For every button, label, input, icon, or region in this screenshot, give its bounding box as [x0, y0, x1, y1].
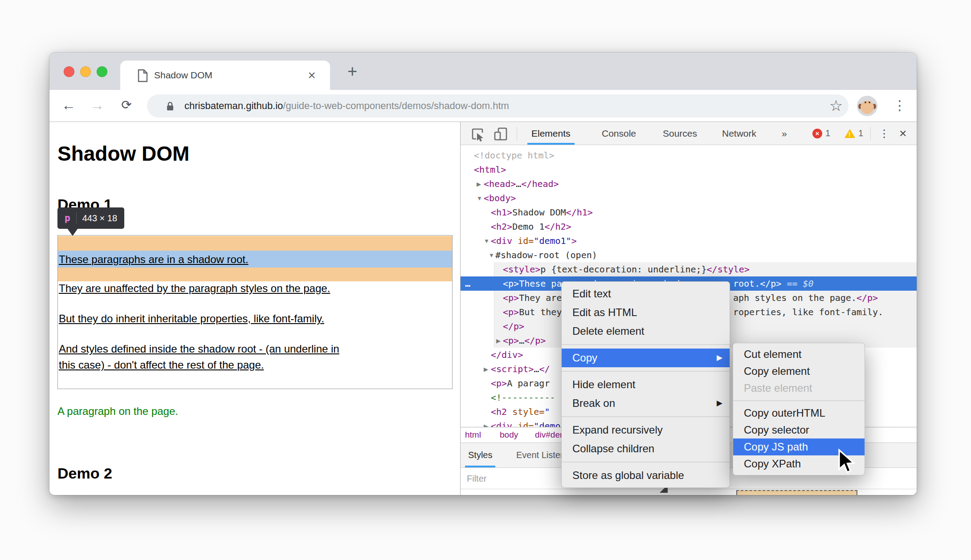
submenu-item-copy-outerhtml[interactable]: Copy outerHTML: [733, 405, 865, 422]
menu-item-store-as-global-variable[interactable]: Store as global variable: [562, 466, 730, 485]
syntax-token: …: [519, 335, 524, 346]
menu-item-break-on[interactable]: Break on▶: [562, 394, 730, 413]
forward-button: →: [86, 90, 108, 122]
page-favicon-icon: [136, 69, 149, 85]
submenu-item-cut-element[interactable]: Cut element: [733, 346, 865, 363]
dom-tree-row[interactable]: ▼<div id="demo1">: [461, 234, 917, 248]
syntax-token: == $0: [781, 278, 813, 289]
tree-expand-icon[interactable]: ▶: [484, 362, 488, 377]
url-text[interactable]: chrisbateman.github.io/guide-to-web-comp…: [184, 94, 509, 118]
syntax-token: <h1>: [491, 207, 512, 218]
minimize-window-button[interactable]: [80, 66, 91, 77]
dom-tree-row[interactable]: <html>: [461, 162, 917, 177]
demo1-box: These paragraphs are in a shadow root.Th…: [57, 235, 453, 389]
tree-expand-icon[interactable]: ▼: [477, 191, 482, 206]
syntax-token: ": [544, 406, 550, 417]
toolbar-divider: [517, 127, 517, 140]
devtools-tab-sources[interactable]: Sources: [659, 122, 701, 145]
devtools-tab-elements[interactable]: Elements: [527, 122, 575, 145]
dom-row-text: <!----------: [491, 390, 555, 405]
syntax-token: <div: [491, 235, 512, 246]
lock-icon[interactable]: [166, 101, 175, 114]
menu-separator: [562, 344, 730, 345]
devtools-tab-network[interactable]: Network: [718, 122, 760, 145]
error-icon: ×: [812, 129, 822, 138]
syntax-token: "demo1": [534, 235, 571, 246]
menu-item-hide-element[interactable]: Hide element: [562, 375, 730, 394]
tooltip-divider: [76, 212, 77, 224]
url-path: /guide-to-web-components/demos/shadow-do…: [283, 100, 509, 111]
submenu-item-copy-element[interactable]: Copy element: [733, 363, 865, 380]
dom-tree-row[interactable]: <h2>Demo 1</h2>: [461, 219, 917, 234]
dom-row-text: #shadow-root (open): [495, 248, 597, 262]
address-bar[interactable]: chrisbateman.github.io/guide-to-web-comp…: [147, 94, 849, 118]
menu-item-edit-as-html[interactable]: Edit as HTML: [562, 303, 730, 322]
syntax-token: …: [516, 179, 521, 189]
dom-tree-row[interactable]: <h1>Shadow DOM</h1>: [461, 205, 917, 219]
dom-row-text: aph styles on the page.</p>: [733, 291, 878, 305]
sidebar-tab-styles[interactable]: Styles: [465, 443, 495, 467]
dom-tree-row[interactable]: ▼#shadow-root (open): [461, 248, 917, 262]
dom-tree-row[interactable]: ▶<head>…</head>: [461, 177, 917, 191]
syntax-token: <p>: [503, 292, 519, 303]
menu-item-expand-recursively[interactable]: Expand recursively: [562, 421, 730, 439]
shadow-paragraph-line: this case) - don't affect the rest of th…: [59, 359, 264, 371]
syntax-token: roperties, like font-family.: [733, 307, 883, 317]
tree-expand-icon[interactable]: ▼: [489, 248, 494, 263]
syntax-token: <h2: [491, 406, 507, 417]
syntax-token: </: [539, 364, 550, 374]
warning-badge[interactable]: ! 1: [845, 122, 863, 145]
submenu-arrow-icon: ▶: [717, 394, 722, 413]
zoom-window-button[interactable]: [97, 66, 107, 77]
syntax-token: id=: [512, 235, 534, 246]
breadcrumb-item-html[interactable]: html: [465, 427, 481, 442]
devtools-close-icon[interactable]: ×: [895, 122, 910, 145]
error-badge[interactable]: × 1: [812, 122, 830, 145]
syntax-token: <script>: [491, 364, 534, 374]
tab-title: Shadow DOM: [154, 61, 212, 90]
menu-item-collapse-children[interactable]: Collapse children: [562, 439, 730, 458]
device-toolbar-icon[interactable]: [493, 126, 510, 144]
dom-tree-row[interactable]: ▼<body>: [461, 191, 917, 205]
tab-strip: Shadow DOM × +: [49, 53, 917, 90]
tree-expand-icon[interactable]: ▼: [484, 234, 490, 248]
syntax-token: <p>: [491, 378, 507, 389]
back-button[interactable]: ←: [57, 90, 80, 122]
screenshot-canvas: Shadow DOM × + ← → ⟳ chrisbateman.github…: [0, 0, 971, 560]
inspect-tooltip: p 443 × 18: [57, 207, 124, 229]
chrome-menu-icon[interactable]: ⋮: [889, 90, 911, 122]
devtools-more-icon[interactable]: ⋮: [875, 122, 893, 145]
syntax-token: Shadow DOM: [512, 207, 566, 218]
menu-item-edit-text[interactable]: Edit text: [562, 284, 730, 303]
selected-row-ellipsis[interactable]: …: [465, 276, 470, 291]
submenu-item-copy-selector[interactable]: Copy selector: [733, 422, 865, 438]
syntax-token: </h2>: [544, 221, 571, 232]
bookmark-star-icon[interactable]: ☆: [824, 90, 849, 122]
shadow-paragraph-line: And styles defined inside the shadow roo…: [59, 343, 339, 355]
profile-avatar[interactable]: [857, 96, 877, 116]
syntax-token: p {text-decoration: underline;}: [540, 264, 706, 275]
syntax-token: </p>: [857, 292, 878, 303]
inspect-margin-band: [58, 268, 452, 281]
filter-input[interactable]: Filter: [467, 468, 486, 489]
tab-close-icon[interactable]: ×: [303, 67, 320, 84]
syntax-token: aph styles on the page.: [733, 292, 857, 303]
close-window-button[interactable]: [64, 66, 74, 77]
tree-expand-icon[interactable]: ▶: [496, 334, 501, 348]
devtools-tab-console[interactable]: Console: [598, 122, 640, 145]
dom-tree-row[interactable]: <!doctype html>: [461, 148, 917, 162]
devtools-tab-»[interactable]: »: [778, 122, 791, 145]
tree-expand-icon[interactable]: ▶: [477, 177, 481, 191]
devtools-toolbar: ElementsConsoleSourcesNetwork» × 1 ! 1 ⋮…: [461, 122, 917, 145]
syntax-token: </style>: [707, 264, 750, 275]
shadow-paragraph-line: But they do inherit inheritable properti…: [59, 312, 324, 325]
browser-tab[interactable]: Shadow DOM ×: [120, 61, 330, 90]
new-tab-button[interactable]: +: [340, 59, 365, 84]
inspect-element-icon[interactable]: [469, 126, 486, 144]
breadcrumb-item-body[interactable]: body: [500, 427, 518, 442]
menu-item-delete-element[interactable]: Delete element: [562, 322, 730, 341]
dom-tree-row[interactable]: <style>p {text-decoration: underline;}</…: [461, 262, 917, 276]
reload-button[interactable]: ⟳: [115, 90, 138, 122]
shadow-paragraph-line: These paragraphs are in a shadow root.: [59, 253, 249, 266]
menu-item-copy[interactable]: Copy▶: [562, 349, 730, 367]
